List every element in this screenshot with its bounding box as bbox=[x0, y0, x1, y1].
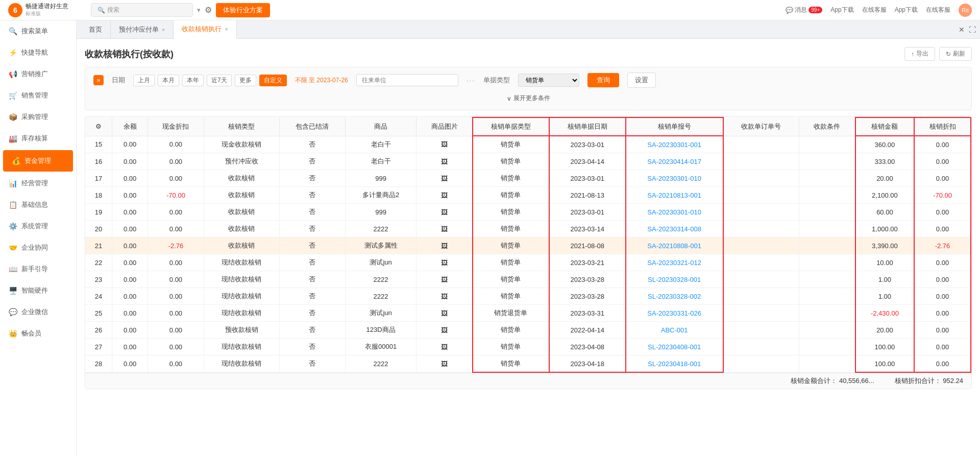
cell-num: 24 bbox=[85, 288, 112, 305]
cell-cancel-bill-no[interactable]: SA-20230331-026 bbox=[626, 305, 723, 322]
unit-input[interactable] bbox=[356, 74, 458, 86]
industry-btn[interactable]: 体验行业方案 bbox=[216, 3, 270, 17]
bill-no-link[interactable]: SL-20230328-002 bbox=[648, 293, 701, 300]
cell-receipt-condition bbox=[799, 322, 855, 339]
tab-close-prepay[interactable]: × bbox=[162, 27, 165, 33]
export-icon: ↑ bbox=[911, 51, 914, 58]
tab-close-receipt-cancel[interactable]: × bbox=[225, 26, 228, 32]
cell-cancel-type: 收款核销 bbox=[204, 237, 279, 254]
table-row: 210.00-2.76收款核销否测试多属性🖼销货单2021-08-08SA-20… bbox=[85, 237, 971, 254]
cell-cash-discount: -70.00 bbox=[148, 187, 204, 204]
cell-cancel-type: 收款核销 bbox=[204, 170, 279, 187]
online-service[interactable]: 在线客服 bbox=[862, 6, 887, 14]
cell-goods: 2222 bbox=[345, 355, 416, 373]
top-search[interactable]: 🔍 搜索 bbox=[91, 3, 193, 17]
bill-no-link[interactable]: SA-20230314-008 bbox=[647, 225, 701, 233]
expand-more-btn[interactable]: ∨ 展开更多条件 bbox=[505, 92, 552, 105]
sidebar-item-basic[interactable]: 📋 基础信息 bbox=[0, 194, 76, 215]
cell-cancel-bill-no[interactable]: SL-20230328-001 bbox=[626, 271, 723, 288]
date-btn-this-month[interactable]: 本月 bbox=[158, 75, 179, 86]
cell-cash-discount: 0.00 bbox=[148, 339, 204, 355]
tab-receipt-cancel[interactable]: 收款核销执行× bbox=[174, 20, 236, 39]
cell-cash-discount: 0.00 bbox=[148, 153, 204, 170]
refresh-button[interactable]: ↻ 刷新 bbox=[939, 47, 972, 61]
sidebar-item-finance[interactable]: 💰 资金管理 bbox=[3, 150, 73, 172]
sidebar-label-system: 系统管理 bbox=[21, 222, 48, 231]
sidebar-item-wechat[interactable]: 💬 企业微信 bbox=[0, 301, 76, 323]
sidebar-item-enterprise[interactable]: 🤝 企业协同 bbox=[0, 237, 76, 258]
page-actions: ↑ 导出 ↻ 刷新 bbox=[904, 47, 972, 61]
tab-prepay[interactable]: 预付冲应付单× bbox=[111, 20, 174, 39]
close-window-icon[interactable]: ✕ bbox=[959, 26, 965, 34]
bill-no-link[interactable]: SA-20230301-010 bbox=[647, 175, 701, 182]
user-avatar[interactable]: Rit bbox=[959, 4, 972, 17]
sidebar-item-purchase[interactable]: 📦 采购管理 bbox=[0, 106, 76, 128]
cell-cancel-bill-no[interactable]: SA-20210813-001 bbox=[626, 187, 723, 204]
sidebar-item-member[interactable]: 👑 畅会员 bbox=[0, 323, 76, 344]
date-btn-last-month[interactable]: 上月 bbox=[133, 75, 155, 86]
table-row: 170.000.00收款核销否999🖼销货单2023-03-01SA-20230… bbox=[85, 170, 971, 187]
cell-num: 20 bbox=[85, 221, 112, 237]
bill-no-link[interactable]: SA-20230301-001 bbox=[647, 141, 701, 149]
cell-cancel-bill-no[interactable]: SA-20230301-001 bbox=[626, 136, 723, 153]
sidebar-item-system[interactable]: ⚙️ 系统管理 bbox=[0, 215, 76, 237]
sidebar-item-search-menu[interactable]: 🔍 搜索菜单 bbox=[0, 20, 76, 42]
export-button[interactable]: ↑ 导出 bbox=[904, 47, 935, 61]
bill-no-link[interactable]: SA-20210813-001 bbox=[647, 191, 701, 199]
bill-no-link[interactable]: SA-20230331-026 bbox=[647, 309, 701, 317]
date-btn-7days[interactable]: 近7天 bbox=[207, 75, 232, 86]
gear-icon[interactable]: ⚙ bbox=[205, 5, 212, 15]
date-btn-more[interactable]: 更多 bbox=[235, 75, 256, 86]
cell-cancel-amount: 10.00 bbox=[855, 254, 914, 271]
sidebar-item-operation[interactable]: 📊 经营管理 bbox=[0, 173, 76, 194]
bill-no-link[interactable]: SL-20230408-001 bbox=[648, 343, 701, 351]
bill-no-link[interactable]: SA-20210808-001 bbox=[647, 242, 701, 250]
bill-type-select[interactable]: 销货单 采购单 bbox=[518, 74, 579, 87]
cell-cancel-bill-no[interactable]: SL-20230418-001 bbox=[626, 355, 723, 373]
data-table-container: ⚙余额现金折扣核销类型包含已结清商品商品图片核销单据类型核销单据日期核销单报号收… bbox=[85, 116, 972, 389]
date-btn-this-year[interactable]: 本年 bbox=[182, 75, 204, 86]
cell-cancel-bill-no[interactable]: ABC-001 bbox=[626, 322, 723, 339]
tab-home[interactable]: 首页 bbox=[81, 20, 111, 39]
sidebar-item-guide[interactable]: 📖 新手引导 bbox=[0, 258, 76, 280]
sidebar: 🔍 搜索菜单 ⚡ 快捷导航 📢 营销推广 🛒 销售管理 📦 采购管理 🏭 库存核… bbox=[0, 20, 77, 456]
expand-more-label: 展开更多条件 bbox=[513, 94, 550, 103]
cell-cash-discount: 0.00 bbox=[148, 355, 204, 373]
sidebar-item-marketing[interactable]: 📢 营销推广 bbox=[0, 63, 76, 85]
query-button[interactable]: 查询 bbox=[587, 73, 619, 87]
cell-cancel-bill-type: 销货单 bbox=[473, 153, 549, 170]
table-row: 190.000.00收款核销否999🖼销货单2023-03-01SA-20230… bbox=[85, 204, 971, 221]
sidebar-label-hardware: 智能硬件 bbox=[21, 286, 48, 295]
message-area[interactable]: 💬 消息 99+ bbox=[786, 6, 822, 14]
cell-cancel-bill-no[interactable]: SA-20230301-010 bbox=[626, 170, 723, 187]
cell-cancel-bill-no[interactable]: SA-20230314-008 bbox=[626, 221, 723, 237]
cell-cancel-bill-no[interactable]: SL-20230328-002 bbox=[626, 288, 723, 305]
cell-receipt-condition bbox=[799, 305, 855, 322]
sidebar-item-hardware[interactable]: 🖥️ 智能硬件 bbox=[0, 280, 76, 301]
bill-no-link[interactable]: ABC-001 bbox=[661, 326, 688, 334]
maximize-icon[interactable]: ⛶ bbox=[969, 26, 976, 34]
cell-cancel-bill-no[interactable]: SL-20230408-001 bbox=[626, 339, 723, 355]
bill-no-link[interactable]: SA-20230414-017 bbox=[647, 158, 701, 165]
setting-button[interactable]: 设置 bbox=[627, 73, 656, 88]
cell-cancel-bill-date: 2023-03-21 bbox=[549, 254, 626, 271]
cell-cancel-bill-no[interactable]: SA-20230301-010 bbox=[626, 204, 723, 221]
bill-no-link[interactable]: SA-20230321-012 bbox=[647, 259, 701, 267]
bill-no-link[interactable]: SA-20230301-010 bbox=[647, 208, 701, 216]
app-download[interactable]: App下载 bbox=[830, 6, 853, 14]
filter-expand-btn[interactable]: » bbox=[93, 75, 104, 85]
cell-cancel-bill-no[interactable]: SA-20210808-001 bbox=[626, 237, 723, 254]
cell-cancel-type: 现结收款核销 bbox=[204, 305, 279, 322]
cell-include-cleared: 否 bbox=[279, 136, 345, 153]
cell-cancel-bill-no[interactable]: SA-20230414-017 bbox=[626, 153, 723, 170]
sidebar-item-sales[interactable]: 🛒 销售管理 bbox=[0, 85, 76, 106]
bill-no-link[interactable]: SL-20230418-001 bbox=[648, 360, 701, 368]
sidebar-item-inventory[interactable]: 🏭 库存核算 bbox=[0, 128, 76, 149]
cell-cancel-type: 收款核销 bbox=[204, 187, 279, 204]
date-btn-custom[interactable]: 自定义 bbox=[259, 75, 287, 86]
bill-no-link[interactable]: SL-20230328-001 bbox=[648, 276, 701, 283]
cell-cancel-bill-no[interactable]: SA-20230321-012 bbox=[626, 254, 723, 271]
cell-cancel-bill-type: 销货单 bbox=[473, 355, 549, 373]
sidebar-item-quick-nav[interactable]: ⚡ 快捷导航 bbox=[0, 42, 76, 63]
sidebar-label-marketing: 营销推广 bbox=[21, 69, 48, 79]
